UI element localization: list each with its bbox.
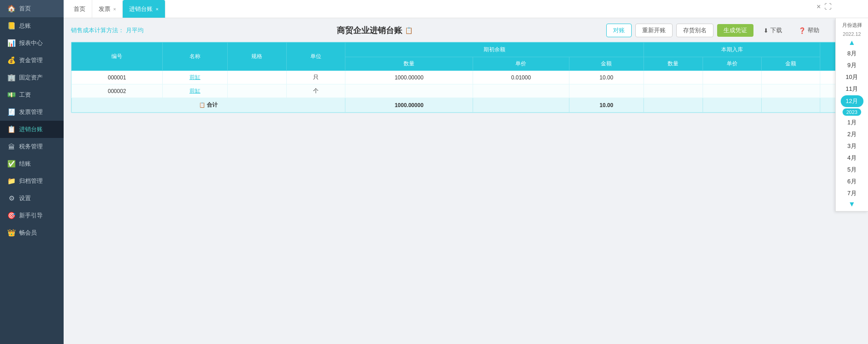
help-button[interactable]: ❓ 帮助 [792, 24, 826, 37]
close-button[interactable]: × [817, 3, 821, 11]
col-init-price: 单价 [473, 57, 569, 71]
cell-spec [228, 84, 286, 98]
download-icon: ⬇ [763, 27, 768, 34]
sidebar-item-archive[interactable]: 📁 归档管理 [0, 172, 64, 190]
month-item-5[interactable]: 5月 [836, 164, 868, 176]
cell-name: 前缸 [162, 84, 227, 98]
maximize-button[interactable]: ⛶ [824, 3, 832, 11]
month-item-8[interactable]: 8月 [836, 48, 868, 59]
cell-in-qty [644, 71, 703, 84]
col-in-price: 单价 [703, 57, 761, 71]
month-scroll-down[interactable]: ▼ [848, 199, 857, 209]
sidebar-item-ledger[interactable]: 📒 总账 [0, 17, 64, 34]
col-init-amount: 金额 [569, 57, 644, 71]
total-init-amount: 10.00 [569, 98, 644, 113]
col-in-qty: 数量 [644, 57, 703, 71]
col-name: 名称 [162, 43, 227, 71]
col-init-qty: 数量 [345, 57, 473, 71]
cell-in-qty [644, 84, 703, 98]
generate-voucher-button[interactable]: 生成凭证 [717, 24, 753, 37]
reconcile-button[interactable]: 对账 [606, 24, 632, 37]
cell-in-amount [762, 84, 820, 98]
tab-bar: 首页 发票 × 进销台账 × [64, 0, 868, 18]
col-in-amount: 金额 [762, 57, 820, 71]
tax-icon: 🏛 [7, 143, 15, 151]
month-item-10[interactable]: 10月 [836, 71, 868, 83]
sidebar-item-purchase-sale[interactable]: 📋 进销台账 [0, 121, 64, 138]
month-item-1[interactable]: 1月 [836, 117, 868, 128]
content-area: 销售成本计算方法： 月平均 商贸企业进销台账 📋 对账 重新开账 存货别名 生成… [64, 18, 868, 344]
data-table: 编号 名称 规格 单位 期初余额 本期入库 数 数量 单价 金额 数量 单价 [71, 42, 860, 113]
save-alias-button[interactable]: 存货别名 [676, 24, 713, 37]
month-item-3[interactable]: 3月 [836, 140, 868, 152]
month-item-9[interactable]: 9月 [836, 59, 868, 71]
tab-purchase-sale-close[interactable]: × [155, 6, 158, 12]
cost-method: 销售成本计算方法： 月平均 [71, 26, 144, 34]
checkout-icon: ✅ [7, 160, 15, 168]
sidebar: 🏠 首页 📒 总账 📊 报表中心 💰 资金管理 🏢 固定资产 💵 工资 🧾 发票… [0, 0, 64, 344]
month-item-11[interactable]: 11月 [836, 83, 868, 95]
cell-init-amount [569, 84, 644, 98]
month-item-4[interactable]: 4月 [836, 152, 868, 164]
cell-init-price [473, 84, 569, 98]
month-year-2022: 2022.12 [843, 30, 861, 38]
help-icon: ❓ [798, 27, 806, 34]
tab-purchase-sale[interactable]: 进销台账 × [123, 0, 165, 18]
content-header: 销售成本计算方法： 月平均 商贸企业进销台账 📋 对账 重新开账 存货别名 生成… [71, 24, 861, 37]
total-init-qty: 1000.00000 [345, 98, 473, 113]
sidebar-item-assets[interactable]: 🏢 固定资产 [0, 69, 64, 86]
month-scroll-up[interactable]: ▲ [848, 38, 857, 48]
tab-home[interactable]: 首页 [67, 0, 92, 18]
finance-icon: 💰 [7, 56, 15, 64]
cell-init-qty [345, 84, 473, 98]
sidebar-item-checkout[interactable]: ✅ 结账 [0, 155, 64, 172]
settings-icon: ⚙ [7, 194, 15, 202]
cell-unit: 个 [286, 84, 345, 98]
cell-spec [228, 71, 286, 84]
sidebar-item-settings[interactable]: ⚙ 设置 [0, 190, 64, 207]
cell-init-amount: 10.00 [569, 71, 644, 84]
cell-in-price [703, 71, 761, 84]
reopen-button[interactable]: 重新开账 [635, 24, 673, 37]
sidebar-item-tax[interactable]: 🏛 税务管理 [0, 138, 64, 155]
sidebar-item-finance[interactable]: 💰 资金管理 [0, 52, 64, 69]
page-title: 商贸企业进销台账 📋 [337, 25, 413, 36]
total-in-amount [762, 98, 820, 113]
salary-icon: 💵 [7, 91, 15, 99]
cell-name: 前缸 [162, 71, 227, 84]
tab-invoice[interactable]: 发票 × [92, 0, 123, 18]
toolbar: 对账 重新开账 存货别名 生成凭证 ⬇ 下载 ❓ 帮助 ↻ 刷新 [606, 24, 861, 37]
cell-unit: 只 [286, 71, 345, 84]
reports-icon: 📊 [7, 39, 15, 47]
total-init-price [473, 98, 569, 113]
month-item-12[interactable]: 12月 [841, 95, 863, 107]
main-area: × ⛶ 首页 发票 × 进销台账 × 销售成本计算方法： 月平均 商贸企业进销台… [64, 0, 868, 344]
col-unit: 单位 [286, 43, 345, 71]
sidebar-item-home[interactable]: 🏠 首页 [0, 0, 64, 17]
cell-in-amount [762, 71, 820, 84]
table-header-top: 编号 名称 规格 单位 期初余额 本期入库 数 [72, 43, 860, 57]
col-group-init: 期初余额 [345, 43, 644, 57]
table-row: 000001 前缸 只 1000.00000 0.01000 10.00 [72, 71, 860, 84]
sidebar-item-reports[interactable]: 📊 报表中心 [0, 34, 64, 52]
total-icon: 📋 [199, 102, 205, 108]
month-item-7[interactable]: 7月 [836, 187, 868, 199]
month-selector-panel: 月份选择 2022.12 ▲ 8月 9月 10月 11月 12月 2023 1月… [835, 18, 868, 211]
download-button[interactable]: ⬇ 下载 [757, 24, 788, 37]
col-group-in: 本期入库 [644, 43, 820, 57]
total-in-price [703, 98, 761, 113]
title-info-icon[interactable]: 📋 [405, 27, 413, 34]
sidebar-item-guide[interactable]: 🎯 新手引导 [0, 207, 64, 224]
month-item-6[interactable]: 6月 [836, 176, 868, 187]
tab-invoice-close[interactable]: × [113, 6, 116, 12]
cell-init-qty: 1000.00000 [345, 71, 473, 84]
cell-code: 000001 [72, 71, 163, 84]
data-table-wrap: 编号 名称 规格 单位 期初余额 本期入库 数 数量 单价 金额 数量 单价 [71, 42, 861, 113]
month-item-2[interactable]: 2月 [836, 128, 868, 140]
sidebar-item-salary[interactable]: 💵 工资 [0, 86, 64, 103]
home-icon: 🏠 [7, 5, 15, 13]
sidebar-item-invoice-mgmt[interactable]: 🧾 发票管理 [0, 103, 64, 121]
sidebar-item-member[interactable]: 👑 畅会员 [0, 224, 64, 241]
col-spec: 规格 [228, 43, 286, 71]
cell-init-price: 0.01000 [473, 71, 569, 84]
